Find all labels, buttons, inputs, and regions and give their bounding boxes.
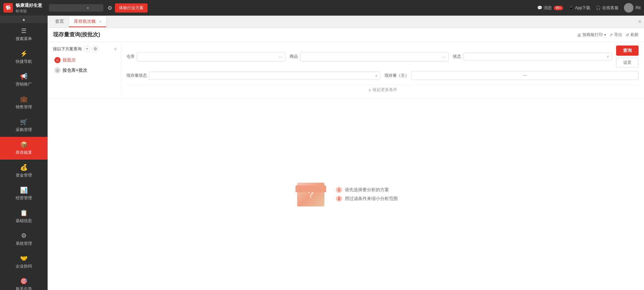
print-chevron-icon: ▾ bbox=[604, 33, 606, 37]
hint-num-1: 1 bbox=[336, 187, 342, 193]
message-icon: 💬 bbox=[537, 5, 542, 10]
sidebar-label-inventory: 库存核算 bbox=[16, 150, 32, 156]
warehouse-input[interactable]: ··· bbox=[137, 52, 286, 61]
inventory-icon: 📦 bbox=[20, 141, 28, 148]
sidebar-item-search-menu[interactable]: ☰ 搜索菜单 bbox=[0, 23, 48, 46]
empty-state: 1 请先选择要分析的方案 2 用过滤条件来缩小分析范围 bbox=[48, 98, 644, 290]
basics-icon: 📋 bbox=[20, 209, 28, 217]
filter-panel: 按以下方案查询 + ⚙ « ⊙ 按批次 bbox=[48, 42, 644, 98]
tab-bar-close-btn[interactable]: × bbox=[638, 19, 641, 25]
tab-bar: 首页 库存批次账 × × bbox=[48, 16, 644, 28]
empty-hints: 1 请先选择要分析的方案 2 用过滤条件来缩小分析范围 bbox=[336, 187, 398, 202]
schema-icon-batch: ⊙ bbox=[54, 57, 61, 63]
purchase-icon: 🛒 bbox=[20, 118, 28, 126]
search-dropdown-icon[interactable]: ▾ bbox=[87, 6, 89, 10]
sidebar-label-enterprise: 企业协同 bbox=[16, 264, 32, 269]
marketing-icon: 📢 bbox=[20, 73, 28, 80]
tab-inventory-batch[interactable]: 库存批次账 × bbox=[69, 16, 106, 27]
sidebar-item-inventory[interactable]: 📦 库存核算 bbox=[0, 137, 48, 160]
topbar-search-input[interactable] bbox=[52, 5, 86, 10]
sidebar-item-enterprise[interactable]: 🤝 企业协同 bbox=[0, 251, 48, 273]
sidebar-item-marketing[interactable]: 📢 营销推广 bbox=[0, 69, 48, 91]
username: Rit bbox=[635, 5, 641, 10]
sidebar-item-sales[interactable]: 💼 销售管理 bbox=[0, 91, 48, 114]
goods-input[interactable]: ··· bbox=[300, 52, 449, 61]
filter-schema-settings-btn[interactable]: ⚙ bbox=[92, 46, 99, 52]
schema-icon-warehouse-batch: ⊙ bbox=[54, 67, 61, 73]
filter-row-2: 现存量状态 ∨ 现存量（主） — bbox=[126, 71, 639, 80]
topbar-right: 💬 消息 99+ 📱 App下载 🎧 在线客服 Rit bbox=[537, 3, 641, 13]
filter-add-btn[interactable]: + bbox=[84, 46, 90, 52]
schema-item-batch[interactable]: ⊙ 按批次 bbox=[53, 55, 117, 65]
online-service-btn[interactable]: 🎧 在线客服 bbox=[596, 5, 618, 11]
warehouse-dots[interactable]: ··· bbox=[278, 54, 283, 59]
filter-field-warehouse: 仓库 ··· bbox=[126, 52, 286, 61]
status-input[interactable]: ∨ bbox=[463, 53, 612, 60]
print-icon: 🖨 bbox=[577, 33, 581, 37]
sidebar-item-finance[interactable]: 💰 资金管理 bbox=[0, 160, 48, 182]
app-edition: 标准版 bbox=[16, 8, 44, 14]
sidebar-item-operation[interactable]: 📊 经营管理 bbox=[0, 182, 48, 205]
user-area[interactable]: Rit bbox=[624, 3, 641, 13]
messages-btn[interactable]: 💬 消息 99+ bbox=[537, 5, 563, 11]
filter-field-goods: 商品 ··· bbox=[290, 52, 449, 61]
sidebar-item-basics[interactable]: 📋 基础信息 bbox=[0, 205, 48, 228]
print-btn[interactable]: 🖨 按模板打印 ▾ bbox=[577, 32, 606, 38]
quick-nav-icon: ⚡ bbox=[20, 50, 28, 57]
page-header: 现存量查询(按批次) 🖨 按模板打印 ▾ ↗ 导出 ↺ 刷新 bbox=[48, 28, 644, 42]
stock-status-chevron-icon: ∨ bbox=[375, 74, 377, 77]
settings-btn[interactable]: 设置 bbox=[616, 58, 639, 68]
enterprise-icon: 🤝 bbox=[20, 255, 28, 262]
refresh-btn[interactable]: ↺ 刷新 bbox=[626, 32, 639, 38]
filter-field-status: 状态 ∨ bbox=[453, 53, 612, 60]
sidebar-label-sales: 销售管理 bbox=[16, 104, 32, 110]
empty-illustration bbox=[294, 177, 328, 211]
filter-gear-icon: ⚙ bbox=[94, 47, 97, 51]
topbar-gear-icon[interactable]: ⚙ bbox=[107, 5, 112, 11]
avatar bbox=[624, 3, 633, 13]
schema-item-warehouse-batch[interactable]: ⊙ 按仓库+批次 bbox=[53, 65, 117, 75]
sidebar: ▲ ☰ 搜索菜单 ⚡ 快捷导航 📢 营销推广 💼 销售管理 🛒 采购管理 📦 库… bbox=[0, 16, 48, 290]
filter-collapse-row[interactable]: ∧ 收起更多条件 bbox=[126, 85, 639, 95]
export-btn[interactable]: ↗ 导出 bbox=[609, 32, 622, 38]
sales-icon: 💼 bbox=[20, 95, 28, 103]
query-btn[interactable]: 查询 bbox=[616, 46, 639, 56]
status-chevron-icon: ∨ bbox=[607, 55, 609, 58]
sidebar-scroll-up[interactable]: ▲ bbox=[0, 16, 48, 23]
tab-close-btn[interactable]: × bbox=[99, 19, 101, 23]
sidebar-label-finance: 资金管理 bbox=[16, 173, 32, 178]
empty-hint-1: 1 请先选择要分析的方案 bbox=[336, 187, 398, 193]
sidebar-item-system[interactable]: ⚙ 系统管理 bbox=[0, 228, 48, 251]
filter-field-stock-status: 现存量状态 ∨ bbox=[126, 72, 380, 79]
hint-num-2: 2 bbox=[336, 196, 342, 202]
sidebar-label-purchase: 采购管理 bbox=[16, 127, 32, 133]
page-content: 现存量查询(按批次) 🖨 按模板打印 ▾ ↗ 导出 ↺ 刷新 bbox=[48, 28, 644, 290]
sidebar-item-purchase[interactable]: 🛒 采购管理 bbox=[0, 114, 48, 137]
tab-home[interactable]: 首页 bbox=[50, 16, 69, 27]
experience-btn[interactable]: 体验行业方案 bbox=[115, 3, 148, 13]
sidebar-label-search-menu: 搜索菜单 bbox=[16, 36, 32, 42]
operation-icon: 📊 bbox=[20, 186, 28, 194]
sidebar-item-newbie[interactable]: 🎯 新手引导 bbox=[0, 273, 48, 290]
page-title: 现存量查询(按批次) bbox=[53, 31, 100, 38]
app-download-icon: 📱 bbox=[569, 5, 574, 10]
empty-box bbox=[297, 183, 324, 206]
filter-collapse-left-btn[interactable]: « bbox=[114, 47, 117, 51]
refresh-icon: ↺ bbox=[626, 33, 629, 37]
app-download-btn[interactable]: 📱 App下载 bbox=[569, 5, 590, 11]
stock-qty-input[interactable]: — bbox=[411, 71, 639, 80]
filter-right: 仓库 ··· 商品 ··· bbox=[121, 46, 639, 95]
main-layout: ▲ ☰ 搜索菜单 ⚡ 快捷导航 📢 营销推广 💼 销售管理 🛒 采购管理 📦 库… bbox=[0, 16, 644, 290]
search-menu-icon: ☰ bbox=[21, 27, 27, 35]
goods-dots[interactable]: ··· bbox=[442, 54, 446, 59]
empty-box-lid bbox=[295, 185, 326, 192]
topbar-search-area[interactable]: ▾ bbox=[49, 4, 103, 12]
empty-hint-2: 2 用过滤条件来缩小分析范围 bbox=[336, 196, 398, 202]
filter-row-1: 仓库 ··· 商品 ··· bbox=[126, 46, 639, 68]
sidebar-item-quick-nav[interactable]: ⚡ 快捷导航 bbox=[0, 46, 48, 69]
topbar: 畅 畅康通好生意 标准版 ▾ ⚙ 体验行业方案 💬 消息 99+ 📱 App下载… bbox=[0, 0, 644, 16]
messages-badge: 99+ bbox=[554, 6, 563, 10]
stock-status-input[interactable]: ∨ bbox=[149, 72, 380, 79]
newbie-icon: 🎯 bbox=[20, 277, 28, 285]
content-area: 首页 库存批次账 × × 现存量查询(按批次) 🖨 按模板打印 ▾ bbox=[48, 16, 644, 290]
